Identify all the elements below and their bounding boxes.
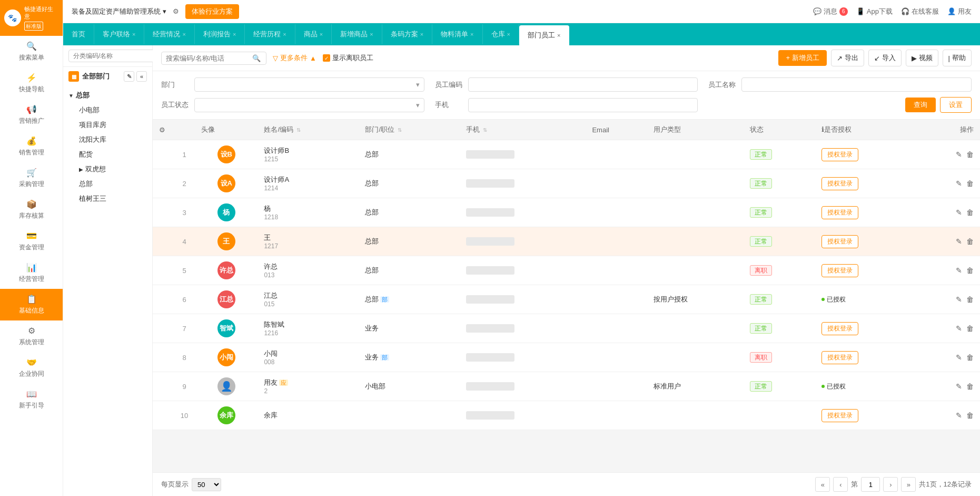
sidebar-item-purchase[interactable]: 🛒采购管理 [0, 162, 63, 194]
edit-btn[interactable]: ✎ [956, 179, 962, 188]
tab-customer-close[interactable]: × [132, 31, 135, 37]
prev-page-btn[interactable]: ‹ [833, 477, 848, 492]
show-resigned-toggle[interactable]: ✓ 显示离职员工 [323, 53, 373, 63]
auth-btn[interactable]: 授权登录 [821, 177, 858, 190]
delete-btn[interactable]: 🗑 [966, 150, 974, 159]
auth-btn[interactable]: 授权登录 [821, 206, 858, 219]
sidebar-item-basic[interactable]: 📋基础信息 [0, 289, 63, 320]
tab-barcode-close[interactable]: × [420, 31, 423, 37]
dept-item-peihou[interactable]: 配货 [63, 147, 152, 162]
auth-btn[interactable]: 授权登录 [821, 322, 858, 335]
more-conditions-btn[interactable]: ▽ 更多条件 ▲ [273, 53, 316, 63]
search-input[interactable] [166, 54, 250, 62]
edit-btn[interactable]: ✎ [956, 295, 962, 304]
edit-btn[interactable]: ✎ [956, 353, 962, 362]
edit-btn[interactable]: ✎ [956, 382, 962, 391]
delete-btn[interactable]: 🗑 [966, 266, 974, 275]
edit-btn[interactable]: ✎ [956, 324, 962, 333]
emp-code-input[interactable] [468, 77, 698, 92]
edit-btn[interactable]: ✎ [956, 150, 962, 159]
export-btn[interactable]: ↗ 导出 [831, 50, 864, 66]
show-resigned-checkbox[interactable]: ✓ [323, 54, 330, 62]
first-page-btn[interactable]: « [815, 477, 830, 492]
dept-edit-btn[interactable]: ✎ [124, 71, 134, 82]
dept-item-zongbu[interactable]: 总部 [63, 177, 152, 191]
last-page-btn[interactable]: » [901, 477, 916, 492]
dept-filter-input[interactable]: ▾ [194, 77, 424, 92]
sidebar-item-sales[interactable]: 💰销售管理 [0, 131, 63, 162]
view-btn[interactable]: ▶ 视频 [906, 50, 938, 66]
dept-item-projroom[interactable]: 项目库房 [63, 118, 152, 132]
tab-warehouse[interactable]: 仓库× [483, 24, 519, 44]
add-employee-btn[interactable]: + 新增员工 [778, 50, 826, 66]
tab-material[interactable]: 物料清单× [432, 24, 482, 44]
dept-search-input[interactable] [68, 50, 157, 62]
col-name[interactable]: 姓名/编码 ⇅ [258, 120, 359, 140]
emp-name-input[interactable] [741, 77, 972, 92]
sidebar-item-operations[interactable]: 📊经营管理 [0, 257, 63, 289]
tab-add-goods[interactable]: 新增商品× [332, 24, 382, 44]
edit-btn[interactable]: ✎ [956, 266, 962, 275]
col-phone[interactable]: 手机 ⇅ [460, 120, 586, 140]
sidebar-item-guide[interactable]: 📖新手引导 [0, 384, 63, 415]
dept-collapse-btn[interactable]: « [136, 71, 147, 82]
search-btn[interactable]: 查询 [905, 98, 936, 112]
tab-material-close[interactable]: × [470, 31, 473, 37]
sidebar-item-collab[interactable]: 🤝企业协同 [0, 352, 63, 384]
message-btn[interactable]: 💬 消息 6 [813, 7, 848, 16]
experience-btn[interactable]: 体验行业方案 [185, 4, 239, 19]
tab-history-close[interactable]: × [283, 31, 286, 37]
emp-name-field[interactable] [746, 81, 967, 89]
tab-home[interactable]: 首页 [63, 24, 94, 44]
per-page-select[interactable]: 50 20 100 [192, 478, 221, 491]
auth-btn[interactable]: 授权登录 [821, 264, 858, 277]
phone-input[interactable] [468, 98, 698, 112]
app-download-btn[interactable]: 📱 App下载 [856, 7, 893, 16]
set-btn[interactable]: 设置 [940, 97, 972, 113]
auth-btn[interactable]: 授权登录 [821, 409, 858, 422]
sidebar-item-inventory[interactable]: 📦库存核算 [0, 194, 63, 226]
delete-btn[interactable]: 🗑 [966, 382, 974, 391]
tab-warehouse-close[interactable]: × [507, 31, 510, 37]
emp-status-input[interactable]: ▾ [194, 98, 424, 112]
delete-btn[interactable]: 🗑 [966, 237, 974, 246]
sidebar-item-search[interactable]: 🔍搜索菜单 [0, 36, 63, 67]
edit-btn[interactable]: ✎ [956, 237, 962, 246]
delete-btn[interactable]: 🗑 [966, 295, 974, 304]
auth-btn[interactable]: 授权登录 [821, 351, 858, 364]
phone-field[interactable] [473, 101, 694, 109]
auth-btn[interactable]: 授权登录 [821, 235, 858, 248]
auth-btn[interactable]: 授权登录 [821, 148, 858, 161]
edit-btn[interactable]: ✎ [956, 411, 962, 420]
tab-employees-close[interactable]: × [557, 32, 560, 38]
dept-item-zhushuwang[interactable]: 植树王三 [63, 191, 152, 206]
dept-item-xiaoedept[interactable]: 小电部 [63, 103, 152, 118]
import-btn[interactable]: ↙ 导入 [868, 50, 902, 66]
dept-item-head[interactable]: ▼总部 [63, 88, 152, 103]
dept-item-shenyang[interactable]: 沈阳大库 [63, 132, 152, 147]
tab-history[interactable]: 经营历程× [245, 24, 295, 44]
sidebar-item-system[interactable]: ⚙系统管理 [0, 320, 63, 352]
user-menu[interactable]: 👤 用友 [947, 7, 972, 16]
dept-all[interactable]: ▦ 全部部门 ✎ « [63, 67, 152, 86]
edit-btn[interactable]: ✎ [956, 208, 962, 217]
tab-profit[interactable]: 利润报告× [195, 24, 245, 44]
settings-icon[interactable]: ⚙ [173, 7, 179, 15]
tab-operations[interactable]: 经营情况× [144, 24, 194, 44]
col-settings[interactable]: ⚙ [153, 120, 174, 140]
delete-btn[interactable]: 🗑 [966, 324, 974, 333]
col-dept[interactable]: 部门/职位 ⇅ [359, 120, 460, 140]
tab-goods[interactable]: 商品× [295, 24, 332, 44]
tab-employees[interactable]: 部门员工× [519, 25, 569, 45]
tab-barcode[interactable]: 条码方案× [382, 24, 432, 44]
online-service-btn[interactable]: 🎧 在线客服 [901, 7, 939, 16]
system-title-dropdown[interactable]: 装备及固定资产辅助管理系统 ▾ [72, 7, 166, 16]
emp-code-field[interactable] [473, 81, 694, 89]
tab-profit-close[interactable]: × [233, 31, 236, 37]
help-btn[interactable]: | 帮助 [943, 50, 972, 66]
delete-btn[interactable]: 🗑 [966, 208, 974, 217]
search-icon[interactable]: 🔍 [252, 54, 261, 62]
dept-item-shuanghu[interactable]: ▶双虎想 [63, 162, 152, 177]
tab-goods-close[interactable]: × [320, 31, 323, 37]
sidebar-item-quicknav[interactable]: ⚡快捷导航 [0, 67, 63, 99]
